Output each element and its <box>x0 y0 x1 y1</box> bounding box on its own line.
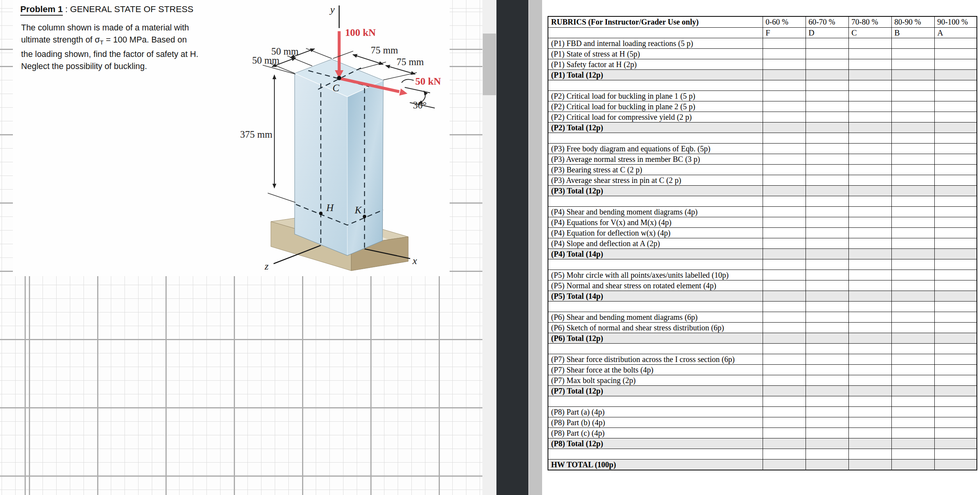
grade-cell <box>891 196 934 207</box>
grade-cell <box>848 354 891 365</box>
grade-cell <box>891 375 934 386</box>
scrollbar-track[interactable] <box>482 0 496 495</box>
grade-cell <box>848 375 891 386</box>
rubrics-label-cell: (P8) Part (a) (4p) <box>548 407 763 417</box>
grade-cell <box>848 175 891 186</box>
grade-cell <box>934 312 977 323</box>
point-c-label: C <box>333 82 340 94</box>
grade-cell <box>806 407 848 417</box>
rubrics-label-cell: (P1) Safety factor at H (2p) <box>548 59 763 70</box>
grade-cell <box>934 407 977 417</box>
rubrics-label-cell: (P6) Total (12p) <box>548 333 763 344</box>
grade-cell <box>806 354 848 365</box>
grade-cell <box>934 323 977 333</box>
grade-cell <box>891 70 934 80</box>
dim-375mm-label: 375 mm <box>240 129 272 140</box>
grade-cell <box>934 270 977 280</box>
grade-cell <box>763 228 806 238</box>
grade-cell <box>763 428 806 438</box>
grade-cell <box>806 333 848 344</box>
grade-cell <box>806 302 848 312</box>
angle-annotation: 30° <box>405 87 435 110</box>
grade-cell <box>806 175 848 186</box>
grade-cell <box>934 386 977 396</box>
grade-cell <box>848 249 891 259</box>
grade-cell <box>934 375 977 386</box>
grade-cell <box>891 365 934 375</box>
grade-cell <box>806 438 848 449</box>
point-h-label: H <box>326 202 334 213</box>
grade-cell <box>891 112 934 122</box>
rubrics-label-cell <box>548 449 763 460</box>
rubrics-label-cell: (P3) Free body diagram and equations of … <box>548 144 763 154</box>
grade-cell <box>934 460 977 470</box>
grade-cell <box>934 396 977 407</box>
z-axis-label: z <box>264 261 269 272</box>
grade-cell <box>934 196 977 207</box>
rubrics-title: RUBRICS (For Instructor/Grader Use only) <box>548 16 763 28</box>
grade-cell <box>763 249 806 259</box>
grade-cell <box>891 49 934 59</box>
grade-cell <box>848 396 891 407</box>
rubrics-label-cell: (P3) Bearing stress at C (2 p) <box>548 165 763 175</box>
grade-cell <box>891 91 934 101</box>
grade-cell <box>934 259 977 270</box>
grade-cell <box>891 228 934 238</box>
grade-cell <box>848 302 891 312</box>
rubrics-body: RUBRICS (For Instructor/Grader Use only)… <box>548 16 977 470</box>
grade-cell <box>763 101 806 112</box>
grade-cell <box>848 196 891 207</box>
grade-letter: F <box>763 28 806 38</box>
rubrics-label-cell: (P3) Total (12p) <box>548 186 763 196</box>
grade-cell <box>891 407 934 417</box>
rubrics-label-cell: (P7) Shear force at the bolts (4p) <box>548 365 763 375</box>
x-axis-label: x <box>412 255 417 266</box>
grade-cell <box>891 354 934 365</box>
grade-cell <box>806 365 848 375</box>
grade-cell <box>934 59 977 70</box>
grade-cell <box>934 186 977 196</box>
grade-cell <box>763 417 806 428</box>
grade-cell <box>806 154 848 165</box>
grade-cell <box>934 333 977 344</box>
grade-letter: D <box>806 28 848 38</box>
grade-cell <box>891 438 934 449</box>
grade-cell <box>891 175 934 186</box>
grade-cell <box>848 438 891 449</box>
rubrics-label-cell: (P5) Normal and shear stress on rotated … <box>548 280 763 291</box>
grade-letter: B <box>891 28 934 38</box>
grade-cell <box>763 217 806 228</box>
grade-cell <box>934 291 977 302</box>
grade-cell <box>806 122 848 133</box>
grade-letter: C <box>848 28 891 38</box>
grade-cell <box>891 344 934 354</box>
grade-cell <box>891 396 934 407</box>
grade-cell <box>934 91 977 101</box>
grade-cell <box>806 186 848 196</box>
problem-statement-sheet: Problem 1 : GENERAL STATE OF STRESS The … <box>13 0 450 276</box>
grade-cell <box>763 365 806 375</box>
grade-cell <box>891 460 934 470</box>
grade-cell <box>848 449 891 460</box>
grade-cell <box>848 186 891 196</box>
scrollbar-thumb[interactable] <box>483 34 496 95</box>
grade-cell <box>934 175 977 186</box>
grade-cell <box>763 396 806 407</box>
grade-cell <box>763 207 806 217</box>
range-header: 60-70 % <box>806 16 848 28</box>
force-100kn-label: 100 kN <box>345 27 376 38</box>
grade-cell <box>934 217 977 228</box>
grade-cell <box>891 386 934 396</box>
grade-cell <box>934 165 977 175</box>
grade-cell <box>848 344 891 354</box>
grade-cell <box>763 238 806 249</box>
y-axis-label: y <box>329 4 335 15</box>
grade-cell <box>891 417 934 428</box>
rubrics-label-cell <box>548 396 763 407</box>
grade-cell <box>848 460 891 470</box>
rubrics-label-cell: (P2) Critical load for buckling in plane… <box>548 101 763 112</box>
grade-cell <box>763 175 806 186</box>
grade-cell <box>848 417 891 428</box>
rubrics-table: RUBRICS (For Instructor/Grader Use only)… <box>548 16 977 470</box>
rubrics-label-cell: (P4) Shear and bending moment diagrams (… <box>548 207 763 217</box>
